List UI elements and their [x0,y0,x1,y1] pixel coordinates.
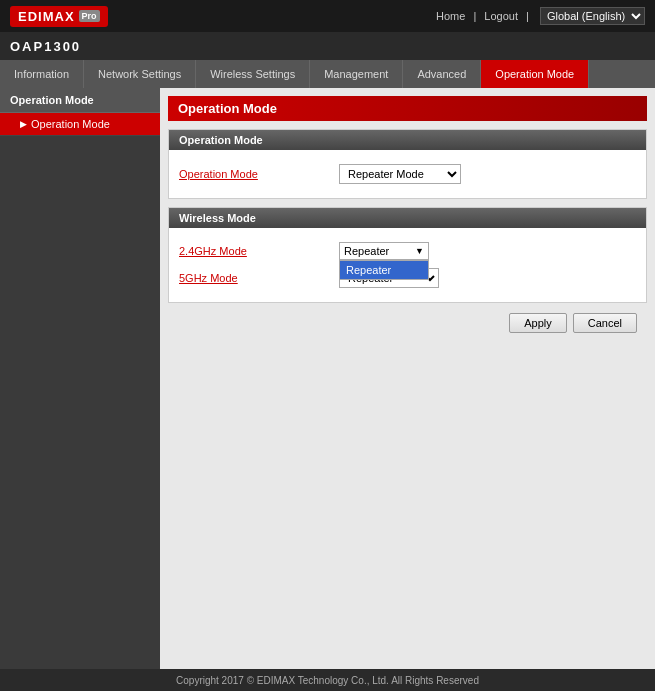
top-bar: EDIMAX Pro Home | Logout | Global (Engli… [0,0,655,32]
nav-operation-mode[interactable]: Operation Mode [481,60,589,88]
2ghz-dropdown-trigger[interactable]: Repeater ▼ [339,242,429,260]
operation-mode-select[interactable]: Repeater Mode AP Mode WDS AP Mode WDS Br… [339,164,461,184]
sidebar-arrow: ▶ [20,119,27,129]
logo-box: EDIMAX Pro [10,6,108,27]
5ghz-mode-label[interactable]: 5GHz Mode [179,272,329,284]
model-name: OAP1300 [10,39,81,54]
operation-section-header: Operation Mode [169,130,646,150]
model-bar: OAP1300 [0,32,655,60]
logo-area: EDIMAX Pro [10,6,108,27]
button-row: Apply Cancel [168,313,647,333]
nav-management[interactable]: Management [310,60,403,88]
operation-mode-label[interactable]: Operation Mode [179,168,329,180]
content-area: Operation Mode Operation Mode Operation … [160,88,655,669]
footer: Copyright 2017 © EDIMAX Technology Co., … [0,669,655,691]
logo-pro: Pro [79,10,100,22]
top-links: Home | Logout | Global (English) [433,7,645,25]
nav-information[interactable]: Information [0,60,84,88]
2ghz-mode-control: Repeater ▼ Repeater [339,242,429,260]
2ghz-dropdown-arrow: ▼ [415,246,424,256]
2ghz-dropdown-wrapper: Repeater ▼ Repeater [339,242,429,260]
operation-mode-control: Repeater Mode AP Mode WDS AP Mode WDS Br… [339,164,461,184]
page-title: Operation Mode [168,96,647,121]
sidebar-item-operation-mode[interactable]: ▶ Operation Mode [0,113,160,136]
nav-bar: Information Network Settings Wireless Se… [0,60,655,88]
nav-advanced[interactable]: Advanced [403,60,481,88]
sidebar-header: Operation Mode [0,88,160,113]
nav-wireless-settings[interactable]: Wireless Settings [196,60,310,88]
wireless-mode-section: Wireless Mode 2.4GHz Mode Repeater ▼ Rep… [168,207,647,303]
2ghz-mode-row: 2.4GHz Mode Repeater ▼ Repeater [179,238,636,264]
2ghz-option-repeater[interactable]: Repeater [340,261,428,279]
main-layout: Operation Mode ▶ Operation Mode Operatio… [0,88,655,669]
logout-link[interactable]: Logout [484,10,518,22]
2ghz-selected-value: Repeater [344,245,411,257]
home-link[interactable]: Home [436,10,465,22]
wireless-section-header: Wireless Mode [169,208,646,228]
sidebar: Operation Mode ▶ Operation Mode [0,88,160,669]
language-select[interactable]: Global (English) [540,7,645,25]
wireless-section-content: 2.4GHz Mode Repeater ▼ Repeater [169,228,646,302]
operation-mode-section: Operation Mode Operation Mode Repeater M… [168,129,647,199]
operation-section-content: Operation Mode Repeater Mode AP Mode WDS… [169,150,646,198]
cancel-button[interactable]: Cancel [573,313,637,333]
apply-button[interactable]: Apply [509,313,567,333]
nav-network-settings[interactable]: Network Settings [84,60,196,88]
footer-text: Copyright 2017 © EDIMAX Technology Co., … [176,675,479,686]
logo-edimax: EDIMAX [18,9,75,24]
2ghz-mode-label[interactable]: 2.4GHz Mode [179,245,329,257]
operation-mode-row: Operation Mode Repeater Mode AP Mode WDS… [179,160,636,188]
2ghz-dropdown-open: Repeater [339,260,429,280]
